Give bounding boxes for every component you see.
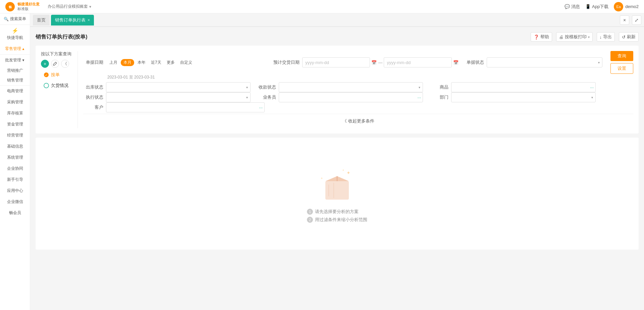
refresh-button[interactable]: ↺ 刷新 — [619, 32, 639, 42]
top-header: 畅 畅捷通好生意 标准版 办公用品行业模拟账套 ▾ 💬 消息 📱 App下载 E… — [0, 0, 644, 13]
empty-state-icon: ✦ ✦ ✦ — [317, 164, 357, 205]
edit-scheme-button[interactable] — [51, 60, 59, 68]
delivery-select[interactable] — [106, 82, 251, 92]
scheme-active-dot: ✓ — [44, 72, 49, 78]
export-button[interactable]: ↓ 导出 — [597, 32, 615, 42]
date-tabs: 上月 本月 本年 近7天 更多 自定义 — [107, 59, 194, 66]
tab-current-label: 销售订单执行表 — [55, 17, 86, 23]
date-tab-this-year[interactable]: 本年 — [136, 59, 148, 66]
scheme-item-qhqk[interactable]: 欠货情况 — [41, 81, 82, 90]
exec-select[interactable] — [106, 92, 251, 102]
date-tab-7days[interactable]: 近7天 — [149, 59, 163, 66]
help-icon: ❓ — [534, 35, 539, 40]
breadcrumb-text: 办公用品行业模拟账套 — [48, 4, 88, 9]
scheme-item-bdan[interactable]: ✓ 按单 — [41, 70, 82, 79]
tip-text-1: 请先选择要分析的方案 — [315, 209, 359, 215]
sidebar-item-quick-nav[interactable]: ⚡ 快捷导航 — [0, 25, 30, 43]
sidebar-item-sales-mgmt[interactable]: 销售管理 — [0, 75, 30, 85]
sidebar-item-purchase[interactable]: 采购管理 — [0, 97, 30, 108]
payment-select[interactable] — [279, 82, 423, 92]
date-separator: — — [378, 60, 382, 65]
content-area: 首页 销售订单执行表 × × ⤢ 销售订单执行表(按单) ❓ — [30, 13, 644, 310]
empty-tips: 1 请先选择要分析的方案 2 用过滤条件来缩小分析范围 — [307, 209, 367, 223]
print-button[interactable]: 🖨 按模板打印 ▾ — [556, 32, 593, 42]
sidebar-item-system[interactable]: 系统管理 — [0, 152, 30, 163]
sidebar-item-finance[interactable]: 资金管理 — [0, 119, 30, 130]
tab-close-icon[interactable]: × — [88, 18, 90, 22]
collapse-scheme-button[interactable]: 《 — [61, 60, 69, 68]
goods-input[interactable] — [451, 82, 596, 92]
collapse-more-button[interactable]: 《 收起更多条件 — [337, 117, 380, 125]
customer-input[interactable] — [106, 102, 265, 112]
expected-date-start[interactable] — [302, 57, 370, 67]
maximize-button[interactable]: ⤢ — [632, 15, 641, 25]
sidebar-item-inventory[interactable]: 库存核算 — [0, 108, 30, 119]
export-icon: ↓ — [600, 35, 602, 40]
dept-select[interactable] — [451, 92, 596, 102]
date-tab-more[interactable]: 更多 — [165, 59, 177, 66]
sidebar-search[interactable]: 🔍 搜索菜单 — [0, 13, 30, 25]
search-button[interactable]: 查询 — [610, 51, 633, 61]
message-button[interactable]: 💬 消息 — [565, 4, 580, 10]
date-tab-last-month[interactable]: 上月 — [107, 59, 119, 66]
app-download-button[interactable]: 📱 App下载 — [585, 4, 608, 10]
goods-more-btn[interactable]: ··· — [590, 85, 594, 90]
tab-current[interactable]: 销售订单执行表 × — [51, 15, 94, 25]
sidebar-item-wechat[interactable]: 企业微信 — [0, 196, 30, 207]
sidebar-item-quick-nav-label: 快捷导航 — [7, 35, 23, 41]
tab-home[interactable]: 首页 — [33, 15, 50, 25]
svg-text:✓: ✓ — [45, 73, 48, 77]
exec-label: 执行状态 — [83, 94, 103, 100]
goods-input-wrap: ··· — [451, 82, 596, 92]
salesperson-input[interactable] — [279, 92, 423, 102]
tip-num-2: 2 — [307, 217, 313, 223]
sidebar-retail-header[interactable]: 零售管理 ▲ — [0, 43, 30, 54]
empty-tip-1: 1 请先选择要分析的方案 — [307, 209, 367, 215]
sidebar-item-operations[interactable]: 经营管理 — [0, 130, 30, 141]
sidebar-item-basic[interactable]: 基础信息 — [0, 141, 30, 152]
sidebar-item-enterprise[interactable]: 企业协同 — [0, 163, 30, 174]
sidebar-enterprise-label: 企业协同 — [7, 166, 23, 171]
doc-status-select[interactable] — [487, 57, 602, 67]
inactive-scheme-icon — [44, 83, 49, 88]
sidebar-item-appcenter[interactable]: 应用中心 — [0, 185, 30, 196]
settings-button[interactable]: 设置 — [610, 63, 633, 74]
svg-text:✦: ✦ — [346, 170, 351, 175]
sidebar-system-label: 系统管理 — [7, 155, 23, 160]
page-content: 销售订单执行表(按单) ❓ 帮助 🖨 按模板打印 ▾ ↓ — [30, 27, 644, 310]
help-button[interactable]: ❓ 帮助 — [531, 32, 552, 42]
sidebar-item-member[interactable]: 畅会员 — [0, 207, 30, 218]
filter-row-1: 单据日期 上月 本月 本年 近7天 更多 自定义 — [83, 51, 633, 74]
sidebar-group-retail: 零售管理 ▲ — [0, 43, 30, 55]
right-filter-panel: 单据日期 上月 本月 本年 近7天 更多 自定义 — [78, 51, 633, 128]
sidebar-item-newuser[interactable]: 新手引导 — [0, 174, 30, 185]
close-window-button[interactable]: × — [620, 15, 629, 25]
chevron-down-icon: ▲ — [22, 47, 25, 51]
date-tab-this-month[interactable]: 本月 — [121, 59, 134, 66]
print-dropdown-icon: ▾ — [588, 35, 590, 39]
date-tab-custom[interactable]: 自定义 — [178, 59, 194, 66]
filter-field-goods: 商品 ··· — [428, 82, 596, 92]
collapse-more-label: 收起更多条件 — [348, 118, 374, 124]
add-scheme-button[interactable]: + — [41, 60, 49, 68]
sidebar-item-marketing[interactable]: 营销推广 — [0, 66, 30, 75]
filter-field-delivery: 出库状态 ▾ — [83, 82, 251, 92]
panel-inner: 按以下方案查询 + 《 — [41, 51, 633, 128]
logo-icon: 畅 — [5, 2, 15, 11]
delivery-label: 出库状态 — [83, 84, 103, 90]
sidebar-member-label: 畅会员 — [9, 210, 21, 216]
sidebar-wholesale-header[interactable]: 批发管理 ▼ — [0, 55, 30, 66]
salesperson-more-btn[interactable]: ··· — [418, 95, 421, 100]
logo-main-text: 畅捷通好生意 — [17, 2, 40, 6]
breadcrumb-arrow-icon[interactable]: ▾ — [89, 4, 91, 9]
sidebar-item-ecom[interactable]: 电商管理 — [0, 86, 30, 97]
svg-text:✦: ✦ — [342, 169, 344, 172]
user-profile[interactable]: Ea demo2 — [614, 2, 639, 11]
search-icon: 🔍 — [4, 17, 9, 21]
customer-more-btn[interactable]: ··· — [259, 105, 263, 110]
expected-date-end[interactable] — [384, 57, 451, 67]
header-left: 畅 畅捷通好生意 标准版 办公用品行业模拟账套 ▾ — [5, 2, 91, 11]
svg-text:✦: ✦ — [320, 176, 323, 180]
exec-select-wrap: ▾ — [106, 92, 251, 102]
filter-field-customer: 客户 ··· — [83, 102, 265, 112]
